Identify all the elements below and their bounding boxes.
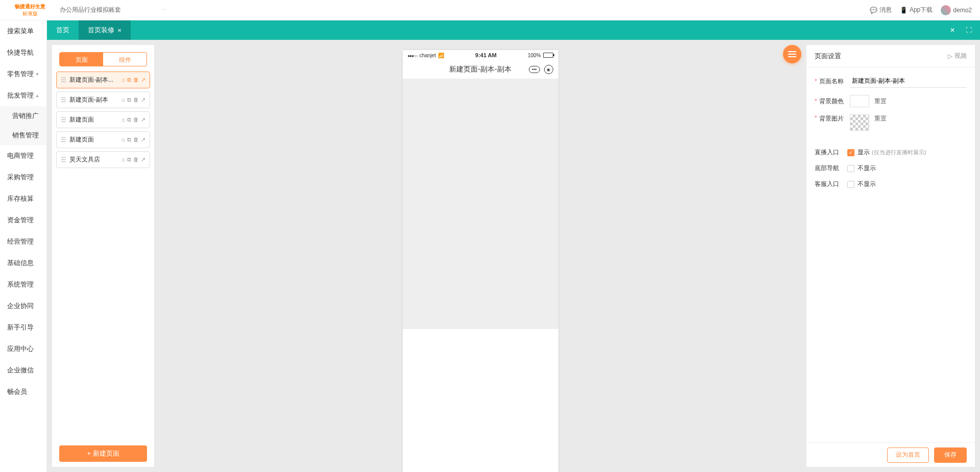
user-menu[interactable]: demo2 xyxy=(941,5,972,15)
share-icon[interactable]: ↗ xyxy=(141,136,145,143)
sidebar-item-label: 零售管理 xyxy=(7,69,34,79)
sidebar-item[interactable]: 应用中心 xyxy=(0,338,46,360)
brand-sub: 标准版 xyxy=(22,10,38,17)
time-label: 9:41 AM xyxy=(444,52,528,58)
tab-components[interactable]: 组件 xyxy=(103,53,146,66)
bg-color-swatch[interactable] xyxy=(850,95,869,107)
delete-icon[interactable]: 🗑 xyxy=(133,97,139,103)
fullscreen-icon[interactable]: ⛶ xyxy=(962,23,976,37)
sidebar-item[interactable]: 搜索菜单 xyxy=(0,20,46,42)
drag-icon[interactable]: ☰ xyxy=(61,136,66,144)
sidebar-item[interactable]: 资金管理 xyxy=(0,209,46,231)
sidebar-item[interactable]: 零售管理▼ xyxy=(0,63,46,85)
sidebar-sub-item[interactable]: 营销推广 xyxy=(0,106,46,126)
close-icon[interactable]: ✕ xyxy=(117,28,121,33)
bottom-nav-label: 底部导航 xyxy=(815,164,847,173)
copy-icon[interactable]: ⧉ xyxy=(127,136,131,143)
page-item[interactable]: ☰新建页面⌂⧉🗑↗ xyxy=(56,111,150,128)
messages-link[interactable]: 💬 消息 xyxy=(870,6,892,14)
home-icon[interactable]: ⌂ xyxy=(121,136,125,143)
carrier-label: chanjet xyxy=(420,53,436,58)
sidebar-item-label: 资金管理 xyxy=(7,216,34,225)
bg-color-label: 背景颜色 xyxy=(819,97,850,106)
message-icon: 💬 xyxy=(870,7,877,14)
more-icon[interactable]: ••• xyxy=(529,66,540,73)
phone-body[interactable] xyxy=(403,79,558,329)
delete-icon[interactable]: 🗑 xyxy=(133,77,139,83)
sidebar-sub-item[interactable]: 销售管理 xyxy=(0,126,46,145)
phone-title-bar: 新建页面-副本-副本 ••• ◉ xyxy=(403,60,558,79)
live-show-checkbox[interactable]: ✓ xyxy=(847,149,854,156)
copy-icon[interactable]: ⧉ xyxy=(127,156,131,163)
page-tabs: 页面 组件 xyxy=(59,52,147,66)
home-icon[interactable]: ⌂ xyxy=(121,97,125,103)
app-download-link[interactable]: 📱 App下载 xyxy=(900,6,933,14)
share-icon[interactable]: ↗ xyxy=(141,116,145,123)
bg-image-swatch[interactable] xyxy=(850,114,869,131)
menu-fab[interactable] xyxy=(783,45,801,63)
company-dropdown[interactable]: 办公用品行业模拟账套 ﹀ xyxy=(60,6,167,14)
delete-icon[interactable]: 🗑 xyxy=(133,156,139,163)
home-icon[interactable]: ⌂ xyxy=(121,156,125,163)
sidebar-item[interactable]: 基础信息 xyxy=(0,252,46,274)
sidebar-item[interactable]: 企业微信 xyxy=(0,360,46,381)
chevron-down-icon: ﹀ xyxy=(162,7,167,14)
caret-icon: ▼ xyxy=(35,72,39,77)
tab-home[interactable]: 首页 xyxy=(47,20,79,40)
sidebar-item[interactable]: 电商管理 xyxy=(0,145,46,167)
live-show-text: 显示 xyxy=(857,148,870,157)
target-icon[interactable]: ◉ xyxy=(544,65,553,74)
delete-icon[interactable]: 🗑 xyxy=(133,136,139,143)
sidebar-item[interactable]: 新手引导 xyxy=(0,317,46,338)
left-sidebar: 搜索菜单快捷导航零售管理▼批发管理▲营销推广销售管理电商管理采购管理库存核算资金… xyxy=(0,20,47,472)
sidebar-item[interactable]: 批发管理▲ xyxy=(0,85,46,106)
home-icon[interactable]: ⌂ xyxy=(121,116,125,123)
save-button[interactable]: 保存 xyxy=(934,447,967,463)
tab-pages[interactable]: 页面 xyxy=(60,53,103,66)
video-link[interactable]: ▷ 视频 xyxy=(948,52,967,60)
sidebar-item[interactable]: 快捷导航 xyxy=(0,42,46,63)
user-name: demo2 xyxy=(953,7,972,14)
brand-logo: 畅捷通好生意 标准版 xyxy=(8,3,52,17)
share-icon[interactable]: ↗ xyxy=(141,97,145,103)
page-item[interactable]: ☰新建页面-副本⌂⧉🗑↗ xyxy=(56,91,150,108)
copy-icon[interactable]: ⧉ xyxy=(127,97,131,103)
copy-icon[interactable]: ⧉ xyxy=(127,77,131,83)
page-item[interactable]: ☰昊天文具店⌂⧉🗑↗ xyxy=(56,151,150,168)
sidebar-item[interactable]: 库存核算 xyxy=(0,188,46,209)
page-item[interactable]: ☰新建页面⌂⧉🗑↗ xyxy=(56,131,150,148)
sidebar-item[interactable]: 企业协同 xyxy=(0,295,46,317)
sidebar-item[interactable]: 采购管理 xyxy=(0,167,46,188)
bottom-nav-checkbox[interactable] xyxy=(847,165,854,172)
drag-icon[interactable]: ☰ xyxy=(61,77,66,84)
drag-icon[interactable]: ☰ xyxy=(61,97,66,104)
service-checkbox[interactable] xyxy=(847,181,854,188)
app-download-label: App下载 xyxy=(910,6,933,14)
page-item[interactable]: ☰新建页面-副本...⌂⧉🗑↗ xyxy=(56,72,150,88)
top-header: 畅捷通好生意 标准版 办公用品行业模拟账套 ﹀ 💬 消息 📱 App下载 dem… xyxy=(0,0,980,20)
share-icon[interactable]: ↗ xyxy=(141,156,145,163)
tab-decoration[interactable]: 首页装修 ✕ xyxy=(79,20,131,40)
drag-icon[interactable]: ☰ xyxy=(61,156,66,163)
sidebar-item-label: 采购管理 xyxy=(7,173,34,182)
copy-icon[interactable]: ⧉ xyxy=(127,116,131,123)
new-page-button[interactable]: + 新建页面 xyxy=(59,445,147,462)
sidebar-item[interactable]: 畅会员 xyxy=(0,381,46,403)
sidebar-item-label: 系统管理 xyxy=(7,280,34,289)
bottom-nav-text: 不显示 xyxy=(857,164,876,173)
delete-icon[interactable]: 🗑 xyxy=(133,116,139,123)
bg-color-reset[interactable]: 重置 xyxy=(874,97,887,106)
phone-title: 新建页面-副本-副本 xyxy=(449,65,511,74)
share-icon[interactable]: ↗ xyxy=(141,77,145,83)
page-name-input[interactable] xyxy=(850,75,967,88)
company-name: 办公用品行业模拟账套 xyxy=(60,6,121,14)
drag-icon[interactable]: ☰ xyxy=(61,116,66,124)
set-home-button[interactable]: 设为首页 xyxy=(887,447,929,463)
tabs-close-all-button[interactable]: ✕ xyxy=(945,23,960,37)
sidebar-item[interactable]: 系统管理 xyxy=(0,274,46,295)
required-star-icon: * xyxy=(815,98,817,105)
bg-image-reset[interactable]: 重置 xyxy=(874,114,887,123)
home-icon[interactable]: ⌂ xyxy=(121,77,125,83)
sidebar-item-label: 基础信息 xyxy=(7,258,34,268)
sidebar-item[interactable]: 经营管理 xyxy=(0,231,46,252)
